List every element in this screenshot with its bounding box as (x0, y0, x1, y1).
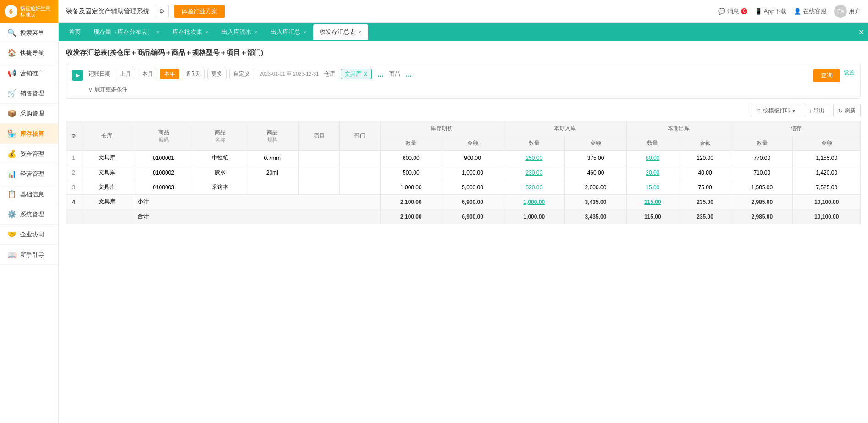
warehouse-tag-remove[interactable]: ✕ (363, 71, 368, 77)
expand-conditions-button[interactable]: ∨ 展开更多条件 (88, 86, 808, 93)
row-in-amt: 375.00 (565, 151, 626, 165)
tab-receive-send-summary[interactable]: 收发存汇总表 ✕ (313, 24, 368, 40)
table-row: 2 文具库 0100002 胶水 20ml 500.00 1,000.00 23… (66, 165, 861, 180)
sidebar-item-guide[interactable]: 📖 新手引导 (0, 245, 58, 265)
sidebar-item-inventory[interactable]: 🏪 库存核算 (0, 124, 58, 144)
row-in-qty[interactable]: 250.00 (503, 151, 565, 165)
sidebar-item-label: 营销推广 (20, 69, 44, 77)
settings-link[interactable]: 设置 (844, 69, 855, 77)
subtotal-label: 小计 (133, 195, 380, 209)
online-service-action[interactable]: 👤 在线客服 (794, 7, 827, 16)
expand-label: 展开更多条件 (94, 86, 127, 93)
print-chevron-icon: ▾ (792, 108, 795, 114)
filter-fields: 记账日期 上月 本月 本年 近7天 更多 自定义 2023-01-01 至 20… (88, 69, 808, 93)
sidebar-item-purchase[interactable]: 📦 采购管理 (0, 104, 58, 124)
row-project (299, 151, 339, 165)
sidebar-item-sales[interactable]: 🛒 销售管理 (0, 83, 58, 104)
sidebar-item-basic-info[interactable]: 📋 基础信息 (0, 184, 58, 204)
date-btn-custom[interactable]: 自定义 (229, 69, 254, 79)
col-project-header: 项目 (299, 121, 339, 151)
tab-batch-ledger-label: 库存批次账 (172, 28, 202, 36)
warehouse-more[interactable]: ... (377, 70, 383, 78)
app-download-action[interactable]: 📱 App下载 (755, 7, 786, 16)
avatar: Ea (834, 5, 847, 18)
subtotal-closing-amt: 10,100.00 (793, 195, 861, 209)
col-opening-amt-header: 金额 (442, 136, 503, 151)
row-project (299, 165, 339, 180)
row-out-qty[interactable]: 80.00 (626, 151, 679, 165)
date-btn-last-month[interactable]: 上月 (116, 69, 135, 79)
footer-label: 合计 (133, 209, 380, 224)
sales-icon: 🛒 (7, 89, 17, 98)
subtotal-out-qty[interactable]: 115.00 (626, 195, 679, 209)
home-icon: 🏠 (7, 49, 17, 57)
goods-more[interactable]: ... (406, 70, 412, 78)
row-in-qty[interactable]: 230.00 (503, 165, 565, 180)
settings-button[interactable]: ⚙ (155, 5, 169, 18)
date-btn-this-month[interactable]: 本月 (138, 69, 157, 79)
table-row: 1 文具库 0100001 中性笔 0.7mm 600.00 900.00 25… (66, 151, 861, 165)
row-out-qty[interactable]: 15.00 (626, 180, 679, 195)
tab-close-icon[interactable]: ✕ (156, 30, 160, 35)
tab-close-icon[interactable]: ✕ (254, 30, 258, 35)
footer-closing-qty: 2,985.00 (731, 209, 793, 224)
refresh-button[interactable]: ↻ 刷新 (833, 104, 861, 117)
tab-close-icon[interactable]: ✕ (303, 30, 307, 35)
row-num: 1 (66, 151, 81, 165)
refresh-label: 刷新 (845, 107, 856, 115)
page-title: 收发存汇总表(按仓库＋商品编码＋商品＋规格型号＋项目＋部门) (66, 49, 861, 57)
tab-close-icon[interactable]: ✕ (205, 30, 209, 35)
sidebar-item-marketing[interactable]: 📢 营销推广 (0, 63, 58, 83)
sidebar-item-label: 基础信息 (20, 190, 44, 198)
tab-close-icon[interactable]: ✕ (358, 30, 362, 35)
tab-in-out-flow[interactable]: 出入库流水 ✕ (215, 24, 264, 40)
warehouse-tag-text: 文具库 (345, 70, 361, 78)
footer-row: 合计 2,100.00 6,900.00 1,000.00 3,435.00 1… (66, 209, 861, 224)
date-btn-7days[interactable]: 近7天 (182, 69, 205, 79)
col-in-header: 本期入库 (503, 121, 626, 136)
row-out-qty[interactable]: 20.00 (626, 165, 679, 180)
message-action[interactable]: 💬 消息 6 (718, 7, 747, 16)
sidebar-item-search[interactable]: 🔍 搜索菜单 (0, 23, 58, 43)
trial-button[interactable]: 体验行业方案 (174, 5, 225, 18)
row-out-amt: 75.00 (679, 180, 731, 195)
print-button[interactable]: 🖨 按模板打印 ▾ (751, 104, 800, 117)
export-label: 导出 (813, 107, 824, 115)
expand-chevron-icon: ∨ (88, 87, 93, 93)
row-out-amt: 120.00 (679, 151, 731, 165)
tab-home[interactable]: 首页 (62, 24, 87, 40)
export-button[interactable]: ↑ 导出 (804, 104, 829, 117)
date-btn-more[interactable]: 更多 (207, 69, 227, 79)
row-in-qty[interactable]: 520.00 (503, 180, 565, 195)
tabs-close-all-button[interactable]: ✕ (858, 28, 864, 37)
col-out-header: 本期出库 (626, 121, 731, 136)
toolbar-right: 🖨 按模板打印 ▾ ↑ 导出 ↻ 刷新 (751, 104, 861, 117)
subtotal-in-qty[interactable]: 1,000.00 (503, 195, 565, 209)
sidebar-item-enterprise[interactable]: 🤝 企业协同 (0, 225, 58, 245)
col-closing-qty-header: 数量 (731, 136, 793, 151)
footer-closing-amt: 10,100.00 (793, 209, 861, 224)
sidebar-item-finance[interactable]: 💰 资金管理 (0, 144, 58, 164)
row-opening-qty: 500.00 (380, 165, 442, 180)
top-header: 装备及固定资产辅助管理系统 ⚙ 体验行业方案 💬 消息 6 📱 App下载 👤 … (59, 0, 868, 23)
date-btn-this-year[interactable]: 本年 (160, 69, 179, 79)
footer-in-amt: 3,435.00 (565, 209, 626, 224)
query-button[interactable]: 查询 (813, 69, 840, 82)
tab-in-out-summary[interactable]: 出入库汇总 ✕ (264, 24, 313, 40)
sidebar: 6 畅捷通好生意 标准版 🔍 搜索菜单 🏠 快捷导航 📢 营销推广 🛒 销售管理… (0, 0, 59, 423)
app-icon: 📱 (755, 8, 762, 15)
sidebar-item-label: 销售管理 (20, 89, 44, 98)
row-goods-spec: 20ml (246, 165, 299, 180)
user-action[interactable]: Ea 用户 (834, 5, 861, 18)
tab-inventory-dist[interactable]: 现存量（库存分布表） ✕ (87, 24, 166, 40)
tab-receive-send-label: 收发存汇总表 (320, 28, 355, 36)
filter-toggle-button[interactable]: ▶ (72, 70, 83, 81)
sidebar-item-system[interactable]: ⚙️ 系统管理 (0, 204, 58, 225)
sidebar-item-quick-nav[interactable]: 🏠 快捷导航 (0, 43, 58, 63)
sidebar-item-operations[interactable]: 📊 经营管理 (0, 164, 58, 184)
col-opening-header: 库存期初 (380, 121, 503, 136)
inventory-icon: 🏪 (7, 129, 17, 138)
tab-batch-ledger[interactable]: 库存批次账 ✕ (166, 24, 215, 40)
subtotal-closing-qty: 2,985.00 (731, 195, 793, 209)
footer-out-qty: 115.00 (626, 209, 679, 224)
